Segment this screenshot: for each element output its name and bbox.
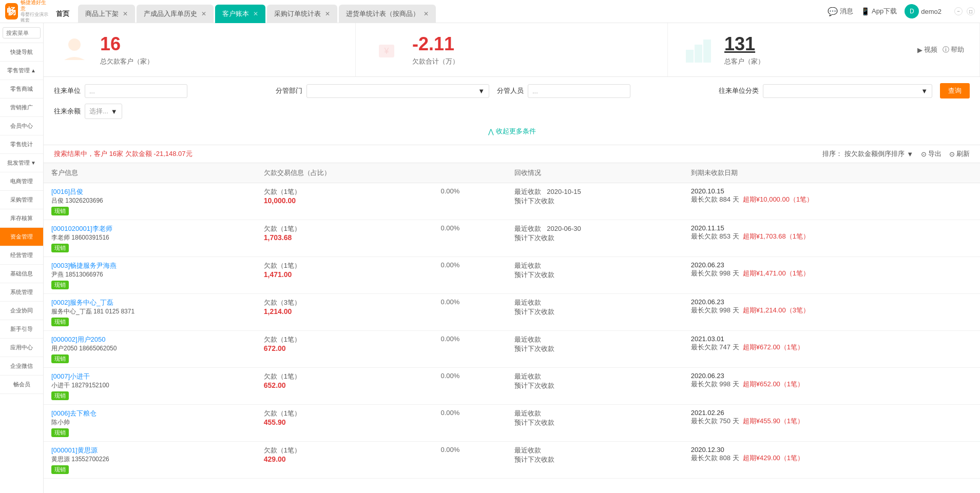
svg-text:¥: ¥ bbox=[384, 47, 389, 55]
customer-contact: 小进干 18279152100 bbox=[51, 381, 248, 390]
customer-tag: 现销 bbox=[51, 244, 69, 252]
source-unit-input[interactable]: ... bbox=[85, 84, 187, 98]
chevron-down-icon: ▼ bbox=[111, 108, 118, 115]
customer-name[interactable]: [0003]畅捷服务尹海燕 bbox=[51, 261, 248, 270]
unit-category-select[interactable]: ▼ bbox=[763, 84, 933, 98]
sidebar-item-sys-mgmt[interactable]: 系统管理 bbox=[0, 283, 43, 302]
sidebar-item-capital-mgmt[interactable]: 资金管理 bbox=[0, 228, 43, 246]
refresh-btn[interactable]: ⊙ 刷新 bbox=[949, 149, 970, 159]
total-customers-value[interactable]: 131 bbox=[724, 33, 917, 55]
debt-percent-cell: 0.00% bbox=[433, 294, 507, 331]
col-debt-info: 欠款交易信息（占比） bbox=[256, 163, 433, 183]
dept-select[interactable]: ▼ bbox=[306, 84, 490, 98]
debt-label: 欠款（3笔） bbox=[264, 298, 426, 307]
overdue-days: 最长欠款 998 天 bbox=[691, 380, 741, 388]
customer-name[interactable]: [0006]去下粮仓 bbox=[51, 409, 248, 418]
tab-purchase-stats[interactable]: 进货单统计表（按商品） ✕ bbox=[339, 5, 436, 23]
overdue-amount[interactable]: 超期¥1,214.00（3笔） bbox=[743, 306, 810, 314]
tab-purchase-order[interactable]: 采购订单统计表 ✕ bbox=[267, 5, 337, 23]
user-menu[interactable]: D demo2 bbox=[905, 4, 941, 18]
export-btn[interactable]: ⊙ 导出 bbox=[921, 149, 941, 159]
last-collect-info: 最近收款 bbox=[514, 261, 675, 270]
sidebar-item-inventory[interactable]: 库存核算 bbox=[0, 209, 43, 228]
video-btn[interactable]: ▶ 视频 bbox=[917, 45, 937, 54]
collapse-filter-btn[interactable]: ⋀ 收起更多条件 bbox=[54, 124, 970, 139]
sidebar-item-corp-wechat[interactable]: 企业微信 bbox=[0, 357, 43, 376]
overdue-customers-value: 16 bbox=[100, 33, 153, 55]
tab-customer-account[interactable]: 客户账本 ✕ bbox=[215, 5, 265, 23]
close-icon[interactable]: ✕ bbox=[424, 10, 429, 17]
overdue-info: 最长欠款 747 天 超期¥672.00（1笔） bbox=[691, 343, 972, 352]
next-collect-info: 预计下次收款 bbox=[514, 455, 675, 464]
sidebar-item-member-center[interactable]: 会员中心 bbox=[0, 117, 43, 135]
close-icon[interactable]: ✕ bbox=[201, 10, 206, 17]
close-icon[interactable]: ✕ bbox=[253, 10, 258, 17]
filter-area: 往来单位 ... 分管部门 ▼ 分管人员 ... bbox=[44, 77, 980, 145]
result-info: 搜索结果中，客户 16家 欠款金额 -21,148.07元 排序： 按欠款金额倒… bbox=[44, 145, 980, 163]
tab-product-history[interactable]: 产成品入库单历史 ✕ bbox=[137, 5, 214, 23]
sidebar-search-input[interactable] bbox=[3, 27, 41, 38]
overdue-amount[interactable]: 超期¥1,471.00（1笔） bbox=[743, 269, 810, 277]
svg-rect-4 bbox=[695, 45, 702, 63]
stat-info-overdue-amount: -2.11 欠款合计（万） bbox=[412, 33, 459, 66]
sidebar-item-vip-member[interactable]: 畅会员 bbox=[0, 376, 43, 394]
customer-name[interactable]: [0007]小进干 bbox=[51, 372, 248, 381]
total-customers-icon bbox=[683, 34, 714, 65]
debt-info-cell: 欠款（1笔） 429.00 bbox=[256, 442, 433, 479]
help-btn[interactable]: ⓘ 帮助 bbox=[943, 45, 964, 54]
sort-select[interactable]: 排序： 按欠款金额倒序排序 ▼ bbox=[822, 149, 913, 159]
logo-area: 畅 畅捷通好生意 母婴行业演示账套 bbox=[5, 0, 49, 23]
customer-info-cell: [0001020001]李老师 李老师 18600391516 现销 bbox=[44, 220, 256, 257]
overdue-days: 最长欠款 853 天 bbox=[691, 232, 741, 240]
search-button[interactable]: 查询 bbox=[940, 83, 970, 98]
customer-name[interactable]: [0001020001]李老师 bbox=[51, 224, 248, 233]
sidebar-item-retail-mgmt[interactable]: 零售管理 ▲ bbox=[0, 62, 43, 80]
sidebar-item-app-center[interactable]: 应用中心 bbox=[0, 339, 43, 357]
close-icon[interactable]: ✕ bbox=[123, 10, 128, 17]
stat-info-overdue-customers: 16 总欠款客户（家） bbox=[100, 33, 153, 66]
overdue-amount[interactable]: 超期¥429.00（1笔） bbox=[743, 454, 804, 462]
app-download-btn[interactable]: 📱 App下载 bbox=[861, 7, 897, 16]
sidebar-item-marketing[interactable]: 营销推广 bbox=[0, 98, 43, 117]
sidebar-item-quick-nav[interactable]: 快捷导航 bbox=[0, 43, 43, 62]
sidebar-item-new-guide[interactable]: 新手引导 bbox=[0, 320, 43, 339]
sidebar-item-purchase-mgmt[interactable]: 采购管理 bbox=[0, 191, 43, 209]
overdue-amount[interactable]: 超期¥672.00（1笔） bbox=[743, 343, 804, 351]
customer-name[interactable]: [000002]用户2050 bbox=[51, 335, 248, 344]
person-input[interactable]: ... bbox=[528, 84, 630, 98]
overdue-amount[interactable]: 超期¥455.90（1笔） bbox=[743, 417, 804, 425]
last-collect-info: 最近收款 bbox=[514, 298, 675, 307]
source-unit-label: 往来单位 bbox=[54, 86, 81, 95]
sidebar-item-retail-mall[interactable]: 零售商城 bbox=[0, 80, 43, 98]
debt-percent-cell: 0.00% bbox=[433, 442, 507, 479]
filter-group-source-unit: 往来单位 ... bbox=[54, 84, 268, 98]
last-collect-info: 最近收款 bbox=[514, 372, 675, 381]
overdue-amount[interactable]: 超期¥1,703.68（1笔） bbox=[743, 232, 810, 240]
sidebar-item-batch-mgmt[interactable]: 批发管理 ▼ bbox=[0, 154, 43, 172]
debt-percent: 0.00% bbox=[440, 446, 459, 453]
customer-name[interactable]: [0016]吕俊 bbox=[51, 187, 248, 196]
customer-name[interactable]: [000001]黄思源 bbox=[51, 446, 248, 455]
customer-tag: 现销 bbox=[51, 428, 69, 437]
sidebar-item-enterprise[interactable]: 企业协同 bbox=[0, 302, 43, 320]
debt-amount: 652.00 bbox=[264, 381, 426, 389]
minimize-btn[interactable]: － bbox=[954, 7, 963, 15]
overdue-amount[interactable]: 超期¥10,000.00（1笔） bbox=[743, 195, 813, 203]
chevron-down-icon: ▼ bbox=[907, 150, 913, 158]
chevron-down-icon: ▼ bbox=[921, 87, 928, 95]
col-due-date: 到期未收款日期 bbox=[683, 163, 980, 183]
tab-home[interactable]: 首页 bbox=[49, 5, 76, 23]
close-icon[interactable]: ✕ bbox=[325, 10, 330, 17]
sidebar-item-ecommerce[interactable]: 电商管理 bbox=[0, 172, 43, 191]
balance-select[interactable]: 选择... ▼ bbox=[85, 104, 122, 119]
sidebar-item-ops-mgmt[interactable]: 经营管理 bbox=[0, 246, 43, 265]
table-row: [0003]畅捷服务尹海燕 尹燕 18513066976 现销 欠款（1笔） 1… bbox=[44, 257, 980, 294]
overdue-amount[interactable]: 超期¥652.00（1笔） bbox=[743, 380, 804, 388]
top-right: 💬 消息 📱 App下载 D demo2 － □ bbox=[828, 4, 975, 18]
sidebar-item-basic-info[interactable]: 基础信息 bbox=[0, 265, 43, 283]
tab-product-off[interactable]: 商品上下架 ✕ bbox=[78, 5, 135, 23]
maximize-btn[interactable]: □ bbox=[967, 7, 975, 15]
sidebar-item-retail-stats[interactable]: 零售统计 bbox=[0, 135, 43, 154]
message-btn[interactable]: 💬 消息 bbox=[828, 7, 853, 16]
customer-name[interactable]: [0002]服务中心_丁磊 bbox=[51, 298, 248, 307]
